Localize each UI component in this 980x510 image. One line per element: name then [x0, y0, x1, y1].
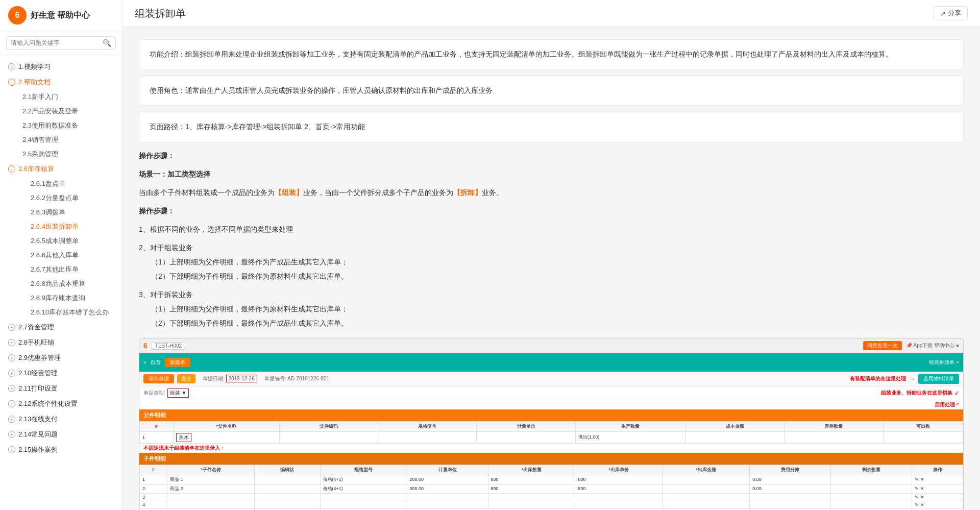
sidebar-item-2-3[interactable]: 2.3使用前数据准备 — [0, 118, 122, 133]
annotation-arrow1: → — [909, 375, 915, 382]
sidebar-item-2[interactable]: - 2.帮助文档 — [0, 75, 122, 90]
step3-1: （1）上部明细为父件明细，最终作为原材料生成其它出库单； — [139, 302, 964, 316]
table-row: 1 商品 1 价格(4+1) 200.00 800 800 0.00 ✎ — [140, 475, 963, 484]
annotation4-text: 不固定流水千组装清单在这里录入 — [143, 445, 220, 451]
sidebar-item-2-4[interactable]: 2.4销售管理 — [0, 133, 122, 147]
sidebar-item-2-12[interactable]: + 2.12系统个性化设置 — [0, 396, 122, 411]
share-button[interactable]: ↗ 分享 — [934, 6, 968, 20]
sidebar-item-2-6-9[interactable]: 2.6.9库存账本查询 — [0, 291, 122, 305]
sidebar-item-label-2: 2.帮助文档 — [18, 78, 51, 87]
sim-screenshot: 6 TEST-H002 同意处理一次 📌 App下载 帮助中心 ● ≡ 自营 新… — [139, 339, 963, 510]
sidebar-item-2-6-8[interactable]: 2.6.8商品成本重算 — [0, 277, 122, 291]
annotation-arrow3: ↗ — [955, 401, 959, 408]
logo-icon: 6 — [8, 6, 27, 25]
sim-th-num: # — [140, 421, 174, 431]
sim-th-avail: 可出数 — [883, 421, 963, 431]
sim-bottom-table: # *子件名称 编辑状 规格型号 计量单位 *出库数量 *出库单价 *出库金额 … — [139, 465, 963, 510]
sim-agree-btn[interactable]: 同意处理一次 — [863, 341, 902, 350]
step1: 1、根据不同的业务，选择不同单据的类型来处理 — [139, 222, 964, 236]
sim-type-field: 组装 ▼ — [167, 388, 189, 398]
sidebar-item-2-7[interactable]: + 2.7资金管理 — [0, 320, 122, 335]
sim-nav-label1: 自营 — [151, 359, 161, 366]
step2: 2、对于组装业务 （1）上部明细为父件明细，最终作为产成品生成其它入库单； （2… — [139, 240, 964, 283]
sidebar-item-2-14[interactable]: + 2.14常见问题 — [0, 427, 122, 442]
sidebar-item-label-2-6: 2.6库存核算 — [18, 164, 54, 174]
sim-nav-right: 组装拆卸单 × — [929, 359, 959, 366]
step2-1: （1）上部明细为父件明细，最终作为产成品生成其它入库单； — [139, 255, 964, 269]
sim-toolbar-save-btn[interactable]: 保存单据 — [143, 374, 174, 383]
sidebar-item-2-8[interactable]: + 2.8手机旺铺 — [0, 335, 122, 350]
sim-th-cost: 成本金额 — [685, 421, 784, 431]
sim-new-order-btn[interactable]: 新建单 — [165, 358, 190, 367]
share-icon: ↗ — [940, 10, 946, 17]
sim-topbar: 6 TEST-H002 同意处理一次 📌 App下载 帮助中心 ● — [139, 339, 963, 353]
sim-top-section-header: 父件明细 — [139, 409, 963, 421]
sim-select-bom-btn[interactable]: 选用物料清单 — [918, 374, 959, 384]
sim-type-label: 单据类型: — [143, 390, 165, 397]
step3-2: （2）下部明细为子件明细，最终作为产成品生成其它入库单。 — [139, 316, 964, 330]
sim-form-date: 单据日期: 2019-12-26 — [203, 375, 257, 382]
sidebar-item-2-10[interactable]: + 2.10经营管理 — [0, 366, 122, 381]
sim-toolbar: 保存单据 提交 单据日期: 2019-12-26 单据编号: AD-201912… — [139, 372, 963, 386]
ops-steps-label: 操作步骤： — [139, 204, 964, 218]
sidebar-item-2-6-7[interactable]: 2.6.7其他出库单 — [0, 262, 122, 277]
expand-icon-2-7: + — [8, 324, 15, 331]
sidebar-item-2-6[interactable]: - 2.6库存核算 — [0, 161, 122, 177]
logo-area: 6 好生意 帮助中心 — [0, 0, 122, 31]
sidebar-item-2-6-3[interactable]: 2.6.3调拨单 — [0, 205, 122, 220]
expand-icon-2-11: + — [8, 385, 15, 392]
sim-addr-bar: TEST-H002 — [152, 342, 185, 350]
page-path-text: 页面路径：1、库存核算->库存管理->组装拆卸单 2、首页->常用功能 — [150, 123, 365, 131]
expand-icon-2-6: - — [8, 165, 15, 173]
sidebar-item-2-6-2[interactable]: 2.6.2分量盘点单 — [0, 191, 122, 205]
scenario1-title: 场景一：加工类型选择 — [139, 167, 964, 181]
sidebar-item-2-1[interactable]: 2.1新手入门 — [0, 90, 122, 104]
sidebar-item-2-13[interactable]: + 2.13在线支付 — [0, 411, 122, 427]
sim-icons: 📌 App下载 帮助中心 ● — [906, 342, 959, 349]
sidebar-item-2-15[interactable]: + 2.15操作案例 — [0, 442, 122, 457]
scenario1-desc-text: 当由多个子件材料组装成一个成品的业务为【组装】业务，当由一个父件拆分成多个子产品… — [139, 188, 503, 197]
sim-toolbar-action-btn[interactable]: 提交 — [177, 374, 195, 383]
sidebar-item-2-2[interactable]: 2.2产品安装及登录 — [0, 104, 122, 118]
search-icon: 🔍 — [103, 39, 111, 47]
sim-bottom-section-header: 子件明细 — [139, 453, 963, 465]
expand-icon-2-13: + — [8, 416, 15, 423]
sim-navbar: ≡ 自营 新建单 组装拆卸单 × — [139, 353, 963, 372]
sim-th-unit: 计量单位 — [477, 421, 575, 431]
sim-subtoolbar: 单据类型: 组装 ▼ 组装业务、拆卸业务在这里切换 ↙ — [139, 386, 963, 400]
annotation1-text: 有装配清单的在这里处理 — [850, 375, 906, 382]
sim-th-stock: 库存数量 — [785, 421, 883, 431]
sidebar-item-2-6-10[interactable]: 2.6.10库存账本错了怎么办 — [0, 305, 122, 320]
search-box: 🔍 — [6, 36, 116, 50]
sim-parent-name-field: 关木 — [176, 433, 191, 442]
sidebar-item-2-6-6[interactable]: 2.6.6其他入库单 — [0, 248, 122, 262]
page-path-block: 页面路径：1、库存核算->库存管理->组装拆卸单 2、首页->常用功能 — [139, 112, 964, 142]
search-input[interactable] — [11, 39, 103, 46]
sim-logo-icon: 6 — [143, 342, 148, 350]
sidebar-item-2-11[interactable]: + 2.11打印设置 — [0, 381, 122, 396]
expand-icon-2: - — [8, 79, 15, 86]
expand-icon-2-12: + — [8, 400, 15, 407]
sidebar-item-2-6-1[interactable]: 2.6.1盘点单 — [0, 177, 122, 191]
sidebar-item-2-6-4[interactable]: 2.6.4组装拆卸单 — [0, 220, 122, 234]
share-label: 分享 — [948, 9, 961, 18]
step2-2: （2）下部明细为子件明细，最终作为原材料生成其它出库单。 — [139, 269, 964, 283]
screenshot-container: 6 TEST-H002 同意处理一次 📌 App下载 帮助中心 ● ≡ 自营 新… — [139, 338, 964, 510]
top-bar: 组装拆卸单 ↗ 分享 — [122, 0, 980, 27]
sidebar-item-2-6-5[interactable]: 2.6.5成本调整单 — [0, 234, 122, 248]
scenario1-title-text: 场景一：加工类型选择 — [139, 170, 210, 178]
sidebar-item-2-5[interactable]: 2.5采购管理 — [0, 147, 122, 161]
annotation-arrow4: ↑ — [222, 445, 224, 451]
steps-area: 操作步骤： 场景一：加工类型选择 当由多个子件材料组装成一个成品的业务为【组装】… — [139, 149, 964, 510]
expand-icon-2-9: + — [8, 354, 15, 361]
feature-intro-text: 功能介绍：组装拆卸单用来处理企业组装或拆卸等加工业务，支持有固定装配清单的产品加… — [150, 50, 893, 58]
sim-th-qty: 生产数量 — [575, 421, 685, 431]
sidebar-item-1[interactable]: + 1.视频学习 — [0, 59, 122, 75]
sidebar-item-2-9[interactable]: + 2.9优惠券管理 — [0, 350, 122, 366]
logo-title: 好生意 帮助中心 — [31, 10, 90, 21]
sim-annotation3-row: 启用处理 ↗ — [139, 400, 963, 409]
sim-form-number: 单据编号: AD-20191226-001 — [264, 375, 329, 382]
sim-th-code: 父件编码 — [279, 421, 378, 431]
sidebar-item-label-1: 1.视频学习 — [18, 62, 51, 71]
page-title: 组装拆卸单 — [135, 7, 186, 20]
